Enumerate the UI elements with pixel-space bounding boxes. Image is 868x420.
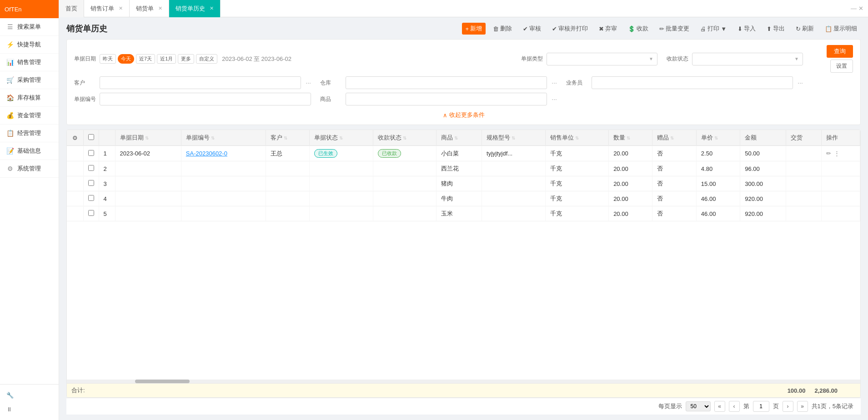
select-all-checkbox[interactable] [88, 134, 94, 140]
page-size-select[interactable]: 50 100 200 [686, 401, 711, 411]
sidebar-item-basic-info[interactable]: 📝 基础信息 [0, 142, 59, 160]
sidebar-item-sys-mgmt[interactable]: ⚙ 系统管理 [0, 160, 59, 178]
abandon-button[interactable]: ✖ 弃审 [595, 23, 621, 35]
sidebar-item-sales-mgmt[interactable]: 📊 销售管理 [0, 54, 59, 71]
date-btn-custom[interactable]: 自定义 [196, 54, 217, 64]
row-checkbox[interactable] [88, 210, 94, 216]
goods-picker-icon[interactable]: ··· [552, 95, 557, 103]
scroll-bar-thumb[interactable] [135, 380, 190, 383]
doc-status-sort-icon[interactable]: ⇅ [339, 135, 343, 140]
cell-doc-date: 2023-06-02 [115, 146, 181, 161]
date-btn-7days[interactable]: 近7天 [136, 54, 155, 64]
batch-change-button[interactable]: ✏ 批量变更 [656, 23, 693, 35]
sidebar-settings-btn[interactable]: 🔧 [0, 388, 59, 402]
pay-status-sort-icon[interactable]: ⇅ [403, 135, 406, 140]
pagination-bar: 每页显示 50 100 200 « ‹ 第 页 › » 共1页，5条记录 [66, 398, 861, 415]
delete-button[interactable]: 🗑 删除 [489, 23, 516, 35]
gift-sort-icon[interactable]: ⇅ [670, 135, 674, 140]
quantity-sort-icon[interactable]: ⇅ [627, 135, 630, 140]
sidebar-item-search-menu[interactable]: ☰ 搜索菜单 [0, 18, 59, 36]
filter-settings-button[interactable]: 设置 [830, 60, 853, 73]
print-button[interactable]: 🖨 打印 ▼ [697, 23, 730, 35]
warehouse-input[interactable] [346, 76, 547, 89]
cell-row-num: 5 [99, 206, 115, 221]
col-doc-no[interactable]: 单据编号 ⇅ [181, 130, 266, 146]
import-button[interactable]: ⬇ 导入 [734, 23, 759, 35]
page-prev-button[interactable]: ‹ [729, 401, 740, 412]
sidebar-item-purchase-mgmt[interactable]: 🛒 采购管理 [0, 71, 59, 89]
sidebar-pause-btn[interactable]: ⏸ [0, 402, 59, 416]
col-customer[interactable]: 客户 ⇅ [266, 130, 310, 146]
col-spec[interactable]: 规格型号 ⇅ [482, 130, 546, 146]
collapse-filter-button[interactable]: ∧ 收起更多条件 [74, 109, 853, 119]
customer-picker-icon[interactable]: ··· [306, 79, 311, 86]
unit-price-sort-icon[interactable]: ⇅ [714, 135, 718, 140]
show-details-button[interactable]: 📋 显示明细 [821, 23, 861, 35]
table-row: 3猪肉千克20.00否15.00300.00 [67, 176, 860, 191]
customer-sort-icon[interactable]: ⇅ [284, 135, 287, 140]
query-button[interactable]: 查询 [827, 45, 853, 58]
approve-button[interactable]: ✔ 审核 [519, 23, 545, 35]
col-quantity[interactable]: 数量 ⇅ [609, 130, 652, 146]
tab-home[interactable]: 首页 [59, 0, 84, 17]
page-first-button[interactable]: « [714, 401, 725, 412]
col-doc-date[interactable]: 单据日期 ⇅ [115, 130, 181, 146]
business-picker-icon[interactable]: ··· [798, 79, 803, 86]
approve-print-button[interactable]: ✔ 审核并打印 [548, 23, 592, 35]
tab-sales-history[interactable]: 销货单历史 ✕ [169, 0, 221, 17]
more-action-icon[interactable]: ⋮ [834, 150, 840, 157]
doc-type-select[interactable]: ▼ [547, 53, 657, 65]
date-btn-today[interactable]: 今天 [118, 54, 134, 64]
col-goods[interactable]: 商品 ⇅ [437, 130, 482, 146]
cell-doc-no [181, 191, 266, 206]
page-input[interactable] [753, 401, 769, 412]
col-gift[interactable]: 赠品 ⇅ [652, 130, 696, 146]
page-next-button[interactable]: › [783, 401, 793, 412]
col-unit-price[interactable]: 单价 ⇅ [696, 130, 740, 146]
cell-doc-status [310, 206, 373, 221]
col-gear[interactable]: ⚙ [67, 130, 83, 146]
doc-date-sort-icon[interactable]: ⇅ [145, 135, 149, 140]
tab-sales-shipment[interactable]: 销货单 ✕ [130, 0, 169, 17]
tab-sales-history-close[interactable]: ✕ [210, 5, 214, 11]
date-btn-1month[interactable]: 近1月 [157, 54, 176, 64]
sidebar-item-quick-nav[interactable]: ⚡ 快捷导航 [0, 36, 59, 54]
doc-no-input[interactable] [100, 93, 311, 105]
export-button[interactable]: ⬆ 导出 [763, 23, 788, 35]
sidebar-bottom: 🔧 ⏸ [0, 384, 59, 420]
receive-button[interactable]: 💲 收款 [624, 23, 652, 35]
row-checkbox[interactable] [88, 150, 94, 156]
sidebar-item-inventory-calc[interactable]: 🏠 库存核算 [0, 89, 59, 107]
tab-close-all-icon[interactable]: ✕ [858, 5, 863, 12]
col-pay-status[interactable]: 收款状态 ⇅ [373, 130, 437, 146]
tab-minimize-icon[interactable]: — [851, 5, 857, 12]
spec-sort-icon[interactable]: ⇅ [512, 135, 515, 140]
row-checkbox[interactable] [88, 180, 94, 186]
sidebar-item-label: 库存核算 [17, 94, 41, 102]
tab-sales-order[interactable]: 销售订单 ✕ [84, 0, 130, 17]
customer-input[interactable] [100, 76, 301, 89]
row-checkbox[interactable] [88, 165, 94, 171]
tab-sales-shipment-close[interactable]: ✕ [158, 5, 162, 11]
date-btn-yesterday[interactable]: 昨天 [100, 54, 116, 64]
page-last-button[interactable]: » [797, 401, 808, 412]
col-sales-unit[interactable]: 销售单位 ⇅ [545, 130, 609, 146]
doc-no-link[interactable]: SA-20230602-0 [186, 150, 227, 157]
sales-unit-sort-icon[interactable]: ⇅ [575, 135, 579, 140]
date-btn-more[interactable]: 更多 [178, 54, 194, 64]
warehouse-picker-icon[interactable]: ··· [552, 79, 557, 86]
sidebar-item-fund-mgmt[interactable]: 💰 资金管理 [0, 107, 59, 125]
doc-no-sort-icon[interactable]: ⇅ [211, 135, 215, 140]
row-checkbox[interactable] [88, 195, 94, 201]
new-button[interactable]: + 新增 [462, 23, 486, 35]
goods-sort-icon[interactable]: ⇅ [454, 135, 458, 140]
sidebar-item-ops-mgmt[interactable]: 📋 经营管理 [0, 125, 59, 142]
refresh-button[interactable]: ↻ 刷新 [792, 23, 818, 35]
horizontal-scrollbar[interactable] [67, 380, 860, 383]
col-doc-status[interactable]: 单据状态 ⇅ [310, 130, 373, 146]
business-input[interactable] [592, 76, 793, 89]
tab-sales-order-close[interactable]: ✕ [119, 5, 123, 11]
pay-status-select[interactable]: ▼ [692, 53, 803, 65]
goods-input[interactable] [346, 93, 547, 105]
edit-action-icon[interactable]: ✏ [826, 150, 831, 157]
